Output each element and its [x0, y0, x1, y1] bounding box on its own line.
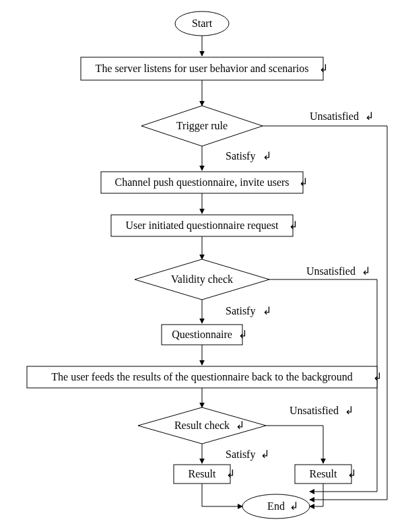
edge-validity-end-label: Unsatisfied: [306, 265, 356, 277]
edge-rescheck-result2-label: Unsatisfied: [290, 405, 339, 416]
edge-trigger-end-label: Unsatisfied: [310, 110, 359, 122]
glyph-trigger-unsat: ↲: [365, 110, 374, 122]
node-request: User initiated questionnaire request ↲: [111, 215, 298, 236]
node-result1-label: Result: [189, 468, 216, 479]
node-feedback-label: The user feeds the results of the questi…: [51, 371, 352, 383]
node-validity-label: Validity check: [171, 273, 233, 286]
glyph-rescheck: ↲: [236, 420, 244, 431]
node-start-label: Start: [192, 18, 213, 29]
node-end: End ↲: [242, 494, 310, 519]
glyph-validity-satisfy: ↲: [263, 305, 271, 317]
node-rescheck: Result check ↲: [138, 407, 266, 444]
edge-result2-end: [310, 484, 323, 506]
glyph-feedback: ↲: [373, 371, 382, 383]
edge-trigger-push-label: Satisfy: [226, 150, 255, 162]
glyph-end: ↲: [290, 500, 298, 512]
node-trigger-label: Trigger rule: [176, 120, 228, 132]
node-feedback: The user feeds the results of the questi…: [27, 366, 382, 388]
edge-result1-end: [202, 484, 242, 506]
node-rescheck-label: Result check: [174, 420, 230, 431]
glyph-rescheck-satisfy: ↲: [261, 448, 269, 460]
node-result2: Result ↲: [295, 465, 356, 484]
node-trigger: Trigger rule: [141, 106, 263, 146]
edge-validity-quest-label: Satisfy: [226, 305, 255, 317]
flowchart-canvas: Start The server listens for user behavi…: [0, 0, 406, 532]
glyph-result2: ↲: [347, 468, 356, 479]
node-request-label: User initiated questionnaire request: [125, 220, 279, 232]
edge-rescheck-result1-label: Satisfy: [226, 448, 255, 461]
glyph-validity-unsat: ↲: [362, 265, 370, 277]
node-quest: Questionnaire ↲: [162, 325, 247, 345]
node-start: Start: [175, 11, 229, 36]
glyph-result1: ↲: [226, 468, 235, 479]
glyph-push: ↲: [299, 176, 308, 188]
node-result1: Result ↲: [174, 465, 235, 484]
node-validity: Validity check: [135, 259, 269, 300]
node-end-label: End: [267, 500, 285, 512]
node-listen-label: The server listens for user behavior and…: [96, 63, 309, 74]
glyph-rescheck-unsat: ↲: [345, 405, 353, 416]
node-quest-label: Questionnaire: [172, 329, 232, 340]
node-push-label: Channel push questionnaire, invite users: [114, 176, 289, 189]
glyph-listen: ↲: [319, 63, 328, 74]
glyph-quest: ↲: [238, 329, 247, 340]
edge-rescheck-result2: [266, 426, 323, 463]
node-push: Channel push questionnaire, invite users…: [101, 172, 308, 193]
glyph-request: ↲: [289, 220, 298, 231]
glyph-trigger-satisfy: ↲: [263, 150, 271, 162]
node-result2-label: Result: [310, 468, 337, 479]
node-listen: The server listens for user behavior and…: [81, 57, 328, 80]
